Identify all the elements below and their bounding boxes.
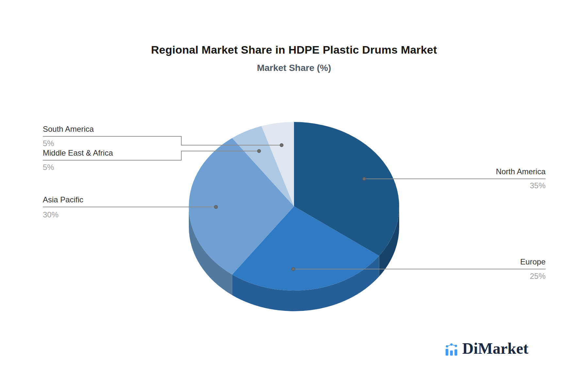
pct-asia-pacific: 30% — [43, 210, 58, 220]
label-south-america: South America — [43, 125, 94, 134]
pct-europe: 25% — [530, 272, 546, 281]
bar-chart-logo-icon — [445, 343, 459, 356]
connector-dot-europe — [292, 267, 295, 271]
pct-middle-east-africa: 5% — [43, 163, 54, 172]
label-asia-pacific: Asia Pacific — [43, 195, 83, 205]
connector-dot-middle-east-africa — [257, 149, 261, 153]
pct-south-america: 5% — [43, 139, 54, 148]
pct-north-america: 35% — [530, 181, 546, 191]
label-middle-east-africa: Middle East & Africa — [43, 148, 113, 158]
connector-dot-north-america — [363, 177, 366, 180]
chart-container: Regional Market Share in HDPE Plastic Dr… — [0, 0, 588, 391]
label-north-america: North America — [496, 167, 546, 177]
pie-chart — [0, 0, 588, 391]
connector-dot-south-america — [280, 144, 283, 147]
logo: DiMarket — [445, 341, 529, 356]
label-europe: Europe — [520, 257, 546, 267]
logo-text: DiMarket — [462, 341, 529, 356]
connector-dot-asia-pacific — [214, 205, 218, 209]
